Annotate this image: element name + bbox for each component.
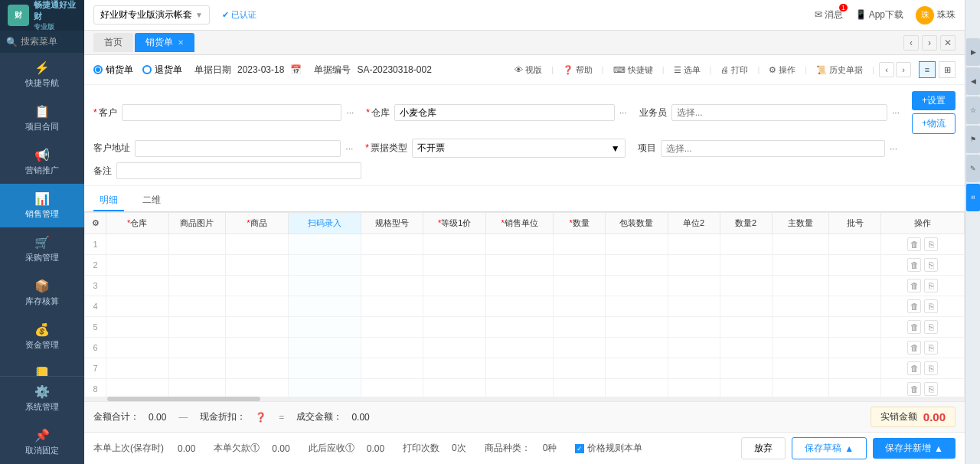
cell-spec[interactable] [361, 276, 423, 296]
cell-saleunit[interactable] [485, 296, 553, 317]
app-download-button[interactable]: 📱 App下载 [855, 8, 903, 21]
sidebar-item-cancel-pin[interactable]: 📌 取消固定 [0, 420, 84, 464]
save-new-button[interactable]: 保存并新增 ▲ [873, 438, 956, 459]
salesperson-input[interactable] [671, 104, 887, 121]
cell-qty[interactable] [554, 276, 606, 296]
sidebar-item-sales[interactable]: 📊 销售管理 [0, 184, 84, 227]
cell-batch[interactable] [829, 358, 881, 379]
cell-price1[interactable] [423, 234, 486, 255]
cell-warehouse[interactable] [106, 255, 169, 276]
list-view-button[interactable]: ≡ [919, 61, 936, 78]
setup-button[interactable]: +设置 [912, 91, 956, 110]
cell-warehouse[interactable] [106, 317, 169, 338]
cell-saleunit[interactable] [485, 255, 553, 276]
cell-price1[interactable] [423, 379, 486, 397]
tab-home[interactable]: 首页 [93, 33, 133, 52]
cell-product[interactable] [226, 317, 289, 338]
cell-unit2[interactable] [668, 255, 720, 276]
sidebar-item-inventory[interactable]: 📦 库存核算 [0, 271, 84, 315]
cell-qty2[interactable] [720, 338, 772, 358]
row-copy-button[interactable]: ⎘ [924, 279, 938, 292]
cell-qty2[interactable] [720, 296, 772, 317]
cell-image[interactable] [168, 317, 226, 338]
toolbar-print[interactable]: 🖨打印 [716, 63, 753, 77]
cell-warehouse[interactable] [106, 358, 169, 379]
save-draft-button[interactable]: 保存草稿 ▲ [792, 437, 867, 459]
cell-pkgqty[interactable] [606, 317, 668, 338]
cell-product[interactable] [226, 296, 289, 317]
toolbar-select[interactable]: ☰选单 [669, 63, 705, 77]
cell-price1[interactable] [423, 317, 486, 338]
sidebar-item-capital[interactable]: 💰 资金管理 [0, 315, 84, 358]
cell-mainqty[interactable] [772, 276, 829, 296]
cell-pkgqty[interactable] [606, 255, 668, 276]
warehouse-dots[interactable]: ··· [619, 107, 627, 118]
cell-mainqty[interactable] [772, 338, 829, 358]
cell-image[interactable] [168, 338, 226, 358]
toolbar-view[interactable]: 👁视版 [510, 63, 547, 77]
row-delete-button[interactable]: 🗑 [907, 341, 921, 355]
cell-image[interactable] [168, 276, 226, 296]
cell-qty2[interactable] [720, 317, 772, 338]
radio-sale[interactable]: 销货单 [93, 64, 133, 77]
cell-qty[interactable] [554, 234, 606, 255]
sidebar-item-purchase[interactable]: 🛒 采购管理 [0, 227, 84, 271]
row-delete-button[interactable]: 🗑 [907, 299, 921, 313]
cell-warehouse[interactable] [106, 234, 169, 255]
customer-input[interactable] [122, 104, 342, 121]
detail-tab-detail[interactable]: 明细 [93, 191, 124, 211]
cell-qty[interactable] [554, 296, 606, 317]
sidebar-search[interactable]: 🔍 搜索菜单 [0, 31, 84, 53]
cell-warehouse[interactable] [106, 296, 169, 317]
cell-product[interactable] [226, 255, 289, 276]
cell-spec[interactable] [361, 296, 423, 317]
cell-price1[interactable] [423, 338, 486, 358]
cell-mainqty[interactable] [772, 317, 829, 338]
row-copy-button[interactable]: ⎘ [924, 258, 938, 272]
cell-unit2[interactable] [668, 338, 720, 358]
cell-barcode[interactable] [288, 358, 361, 379]
cell-warehouse[interactable] [106, 379, 169, 397]
cell-qty2[interactable] [720, 358, 772, 379]
radio-return[interactable]: 退货单 [142, 64, 182, 77]
cell-batch[interactable] [829, 317, 881, 338]
cell-unit2[interactable] [668, 317, 720, 338]
cell-batch[interactable] [829, 338, 881, 358]
cell-image[interactable] [168, 296, 226, 317]
cell-batch[interactable] [829, 234, 881, 255]
row-copy-button[interactable]: ⎘ [924, 361, 938, 375]
cell-saleunit[interactable] [485, 358, 553, 379]
row-delete-button[interactable]: 🗑 [907, 279, 921, 292]
cell-saleunit[interactable] [485, 234, 553, 255]
row-copy-button[interactable]: ⎘ [924, 341, 938, 355]
cell-product[interactable] [226, 276, 289, 296]
grid-view-button[interactable]: ⊞ [939, 61, 956, 78]
cell-pkgqty[interactable] [606, 234, 668, 255]
cell-product[interactable] [226, 358, 289, 379]
cell-price1[interactable] [423, 358, 486, 379]
cell-barcode[interactable] [288, 234, 361, 255]
cell-qty[interactable] [554, 379, 606, 397]
toolbar-ops[interactable]: ⚙操作 [764, 63, 800, 77]
cell-spec[interactable] [361, 379, 423, 397]
cell-price1[interactable] [423, 276, 486, 296]
cell-batch[interactable] [829, 379, 881, 397]
right-tool-6[interactable]: ≡ [966, 184, 980, 211]
toolbar-shortcut[interactable]: ⌨快捷键 [609, 63, 658, 77]
row-delete-button[interactable]: 🗑 [907, 237, 921, 251]
address-dots[interactable]: ··· [345, 143, 353, 154]
cell-batch[interactable] [829, 296, 881, 317]
tab-sale-order[interactable]: 销货单 ✕ [135, 33, 194, 52]
cell-warehouse[interactable] [106, 338, 169, 358]
cell-batch[interactable] [829, 255, 881, 276]
form-next-button[interactable]: › [896, 62, 911, 77]
cell-product[interactable] [226, 379, 289, 397]
cell-unit2[interactable] [668, 296, 720, 317]
row-copy-button[interactable]: ⎘ [924, 320, 938, 334]
cell-unit2[interactable] [668, 234, 720, 255]
price-checkbox[interactable]: ✓ [575, 444, 584, 453]
cell-qty[interactable] [554, 317, 606, 338]
row-copy-button[interactable]: ⎘ [924, 299, 938, 313]
right-tool-2[interactable]: ◀ [966, 67, 980, 95]
cell-unit2[interactable] [668, 276, 720, 296]
